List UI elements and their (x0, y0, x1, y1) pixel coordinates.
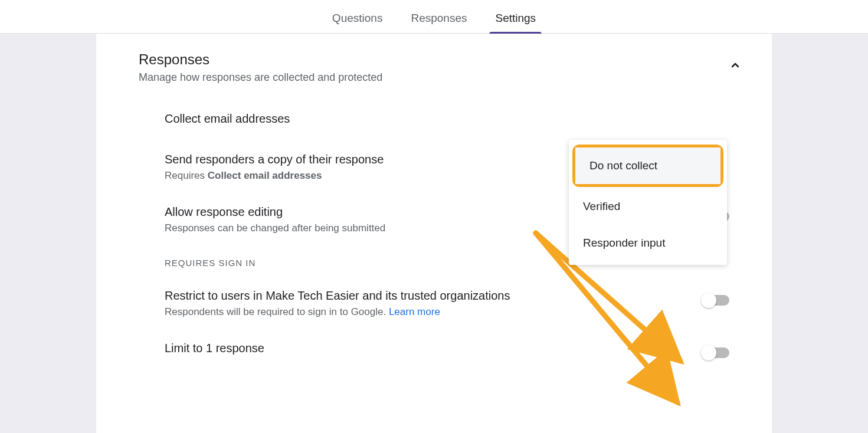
dropdown-option-verified[interactable]: Verified (569, 188, 727, 225)
setting-allow-edit-sub: Responses can be changed after being sub… (165, 222, 385, 234)
chevron-up-icon[interactable] (728, 58, 742, 75)
section-title: Responses (139, 51, 382, 68)
tab-settings[interactable]: Settings (493, 12, 538, 33)
settings-card: Responses Manage how responses are colle… (96, 34, 772, 433)
responses-section-header[interactable]: Responses Manage how responses are colle… (139, 51, 729, 84)
header-tabs-bar: Questions Responses Settings (0, 0, 868, 34)
collect-email-dropdown: Do not collect Verified Responder input (569, 140, 727, 265)
section-header-text: Responses Manage how responses are colle… (139, 51, 382, 84)
setting-collect-email: Collect email addresses (165, 112, 729, 129)
toggle-limit[interactable] (702, 347, 729, 358)
main-area: Responses Manage how responses are colle… (0, 34, 868, 433)
setting-restrict-title: Restrict to users in Make Tech Easier an… (165, 289, 510, 303)
setting-send-copy-title: Send responders a copy of their response (165, 153, 384, 166)
tab-responses[interactable]: Responses (408, 12, 469, 33)
annotation-highlight-box: Do not collect (572, 145, 723, 187)
learn-more-link[interactable]: Learn more (389, 306, 440, 317)
tabs-container: Questions Responses Settings (330, 12, 538, 33)
setting-limit-title: Limit to 1 response (165, 342, 264, 355)
dropdown-option-do-not-collect[interactable]: Do not collect (575, 147, 720, 184)
setting-collect-email-title: Collect email addresses (165, 112, 290, 126)
section-subtitle: Manage how responses are collected and p… (139, 71, 382, 84)
dropdown-option-responder-input[interactable]: Responder input (569, 225, 727, 261)
setting-send-copy-sub: Requires Collect email addresses (165, 170, 384, 182)
setting-allow-edit-title: Allow response editing (165, 205, 385, 219)
toggle-restrict[interactable] (702, 295, 729, 306)
setting-limit: Limit to 1 response (165, 342, 729, 359)
tab-questions[interactable]: Questions (330, 12, 385, 33)
setting-restrict-sub: Respondents will be required to sign in … (165, 306, 510, 318)
setting-restrict: Restrict to users in Make Tech Easier an… (165, 289, 729, 318)
